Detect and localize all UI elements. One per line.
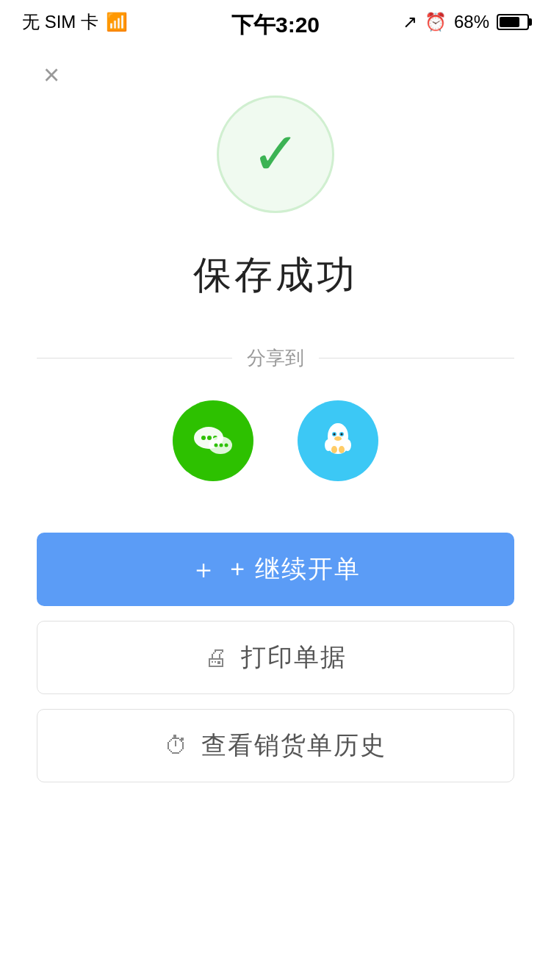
location-icon: ↗ bbox=[403, 12, 417, 32]
close-icon: × bbox=[43, 61, 60, 89]
history-button[interactable]: ⏱ 查看销货单历史 bbox=[37, 709, 514, 782]
divider-right bbox=[319, 358, 514, 359]
success-circle: ✓ bbox=[217, 96, 334, 213]
print-button[interactable]: 🖨 打印单据 bbox=[37, 621, 514, 694]
continue-label: + 继续开单 bbox=[230, 552, 360, 586]
qq-share-button[interactable] bbox=[298, 400, 378, 481]
divider-left bbox=[37, 358, 232, 359]
battery-text: 68% bbox=[454, 12, 489, 32]
svg-point-5 bbox=[214, 443, 217, 447]
status-right: ↗ ⏰ 68% bbox=[403, 12, 529, 32]
plus-icon: ＋ bbox=[190, 552, 218, 588]
main-content: ✓ 保存成功 分享到 bbox=[0, 44, 551, 782]
checkmark-icon: ✓ bbox=[251, 125, 300, 184]
status-time: 下午3:20 bbox=[231, 10, 320, 40]
svg-point-17 bbox=[331, 446, 337, 453]
clock-icon: ⏱ bbox=[165, 732, 190, 760]
svg-point-16 bbox=[344, 439, 351, 451]
svg-point-6 bbox=[219, 443, 223, 447]
wechat-logo bbox=[190, 417, 237, 465]
no-sim-text: 无 SIM 卡 bbox=[22, 10, 98, 34]
svg-point-7 bbox=[224, 443, 228, 447]
svg-point-11 bbox=[334, 433, 336, 436]
battery-icon bbox=[497, 14, 529, 30]
qq-logo bbox=[316, 419, 360, 463]
success-title: 保存成功 bbox=[193, 250, 358, 301]
wifi-icon: 📶 bbox=[106, 12, 128, 32]
share-section: 分享到 bbox=[0, 345, 551, 481]
svg-point-15 bbox=[325, 439, 332, 451]
svg-point-13 bbox=[334, 436, 342, 441]
divider-row: 分享到 bbox=[0, 345, 551, 371]
continue-button[interactable]: ＋ + 继续开单 bbox=[37, 533, 514, 606]
share-label: 分享到 bbox=[232, 345, 319, 371]
share-icons bbox=[173, 400, 378, 481]
svg-point-12 bbox=[341, 433, 343, 436]
printer-icon: 🖨 bbox=[204, 644, 229, 671]
status-bar: 无 SIM 卡 📶 下午3:20 ↗ ⏰ 68% bbox=[0, 0, 551, 44]
svg-point-1 bbox=[201, 436, 206, 440]
wechat-share-button[interactable] bbox=[173, 400, 253, 481]
buttons-section: ＋ + 继续开单 🖨 打印单据 ⏱ 查看销货单历史 bbox=[0, 533, 551, 782]
close-button[interactable]: × bbox=[29, 53, 73, 97]
history-label: 查看销货单历史 bbox=[201, 729, 386, 763]
status-left: 无 SIM 卡 📶 bbox=[22, 10, 128, 34]
alarm-icon: ⏰ bbox=[425, 12, 447, 32]
svg-point-2 bbox=[207, 436, 212, 440]
svg-point-18 bbox=[339, 446, 345, 453]
print-label: 打印单据 bbox=[241, 641, 347, 674]
